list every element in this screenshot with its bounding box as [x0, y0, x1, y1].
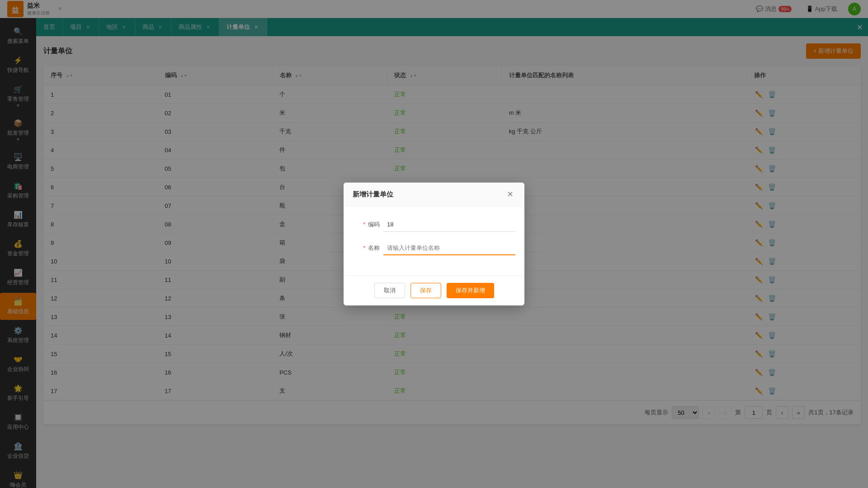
dialog-title: 新增计量单位: [353, 190, 393, 199]
dialog-close-btn[interactable]: ✕: [505, 189, 515, 200]
dialog-header: 新增计量单位 ✕: [344, 183, 524, 206]
save-button[interactable]: 保存: [410, 283, 441, 298]
code-label: * 编码: [353, 221, 380, 229]
cancel-button[interactable]: 取消: [374, 283, 405, 298]
form-row-name: * 名称: [353, 241, 515, 255]
dialog-footer: 取消 保存 保存并新增: [344, 275, 524, 305]
form-row-code: * 编码: [353, 217, 515, 232]
code-input[interactable]: [383, 217, 515, 232]
name-label: * 名称: [353, 244, 380, 252]
dialog-add-unit: 新增计量单位 ✕ * 编码 * 名称 取消 保存 保存并新增: [344, 183, 524, 305]
required-star: *: [363, 244, 365, 251]
dialog-body: * 编码 * 名称: [344, 206, 524, 275]
name-input[interactable]: [383, 241, 515, 255]
required-star: *: [363, 221, 365, 228]
modal-overlay[interactable]: 新增计量单位 ✕ * 编码 * 名称 取消 保存 保存并新增: [0, 0, 868, 488]
save-and-new-button[interactable]: 保存并新增: [447, 283, 494, 298]
